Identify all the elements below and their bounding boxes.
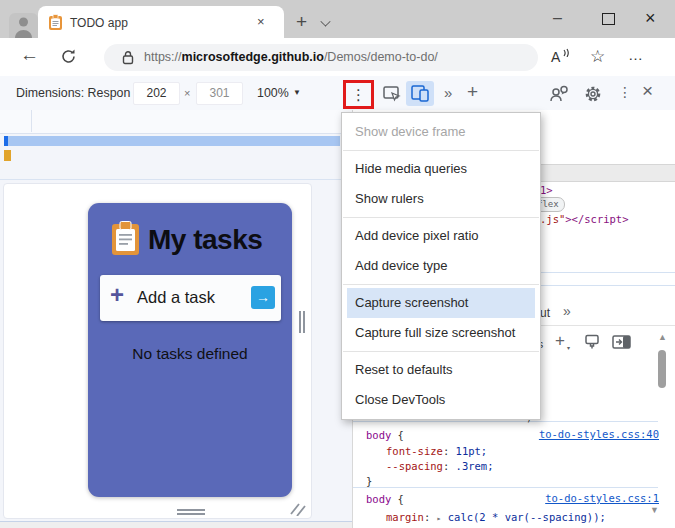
scrollbar-thumb[interactable] [658, 350, 666, 388]
url-domain: microsoftedge.github.io [182, 50, 324, 64]
device-emulation-icon [411, 85, 429, 102]
profile-avatar[interactable] [9, 13, 38, 38]
empty-tasks-text: No tasks defined [88, 345, 292, 363]
person-icon [9, 13, 38, 38]
menu-separator [343, 150, 539, 151]
url-path: /Demos/demo-to-do/ [324, 50, 438, 64]
lock-icon [122, 50, 134, 65]
paint-brush-icon[interactable] [584, 334, 600, 350]
add-pane-icon[interactable]: + [467, 81, 478, 103]
tab-title: TODO app [70, 16, 128, 30]
property-value: calc(2 * var(--spacing)); [441, 511, 605, 523]
dimensions-label[interactable]: Dimensions: Respon [16, 86, 130, 100]
dimensions-separator: × [184, 87, 190, 99]
browser-menu-icon[interactable]: … [628, 46, 644, 63]
scroll-down-icon[interactable]: ▼ [650, 505, 659, 515]
window-close-icon[interactable]: × [645, 8, 656, 29]
menu-item-hide-media-queries[interactable]: Hide media queries [342, 154, 540, 184]
devtools-kebab-icon[interactable]: ⋮ [618, 84, 632, 100]
ruler-corner-line [31, 110, 32, 132]
menu-separator [343, 284, 539, 285]
refresh-icon[interactable] [60, 48, 77, 65]
property-name: font-size [386, 445, 443, 457]
zoom-caret-icon[interactable]: ▼ [293, 88, 301, 97]
add-task-label[interactable]: Add a task [137, 288, 215, 307]
viewport-resize-handle-corner[interactable] [289, 502, 307, 516]
zoom-select[interactable]: 100% [257, 86, 289, 100]
selector-text: body [366, 493, 391, 505]
url-text[interactable]: https://microsoftedge.github.io/Demos/de… [144, 50, 438, 64]
more-tabs-icon[interactable]: » [444, 84, 452, 101]
favorite-star-icon[interactable]: ☆ [590, 46, 605, 67]
tab-layout-fragment[interactable]: ut [540, 306, 550, 320]
css-source-link[interactable]: to-do-styles.css:40 [539, 428, 659, 440]
maximize-icon[interactable] [602, 13, 615, 25]
device-emulation-toggle[interactable] [406, 81, 434, 106]
menu-item-add-device-pixel-ratio[interactable]: Add device pixel ratio [342, 221, 540, 251]
read-aloud-icon[interactable]: A [551, 49, 560, 65]
tab-close-icon[interactable]: × [257, 14, 265, 29]
viewport-resize-handle-right[interactable] [299, 311, 301, 333]
browser-window: TODO app × + – × ← https://microsoftedge… [0, 0, 675, 528]
menu-item-add-device-type[interactable]: Add device type [342, 251, 540, 281]
bottom-strip [0, 521, 352, 528]
device-more-options-icon[interactable]: ⋮ [351, 86, 366, 103]
styles-divider [353, 421, 658, 422]
clipboard-hero-icon [111, 221, 140, 256]
css-rule-selector[interactable]: body { [366, 429, 404, 441]
minimize-icon[interactable]: – [553, 9, 562, 27]
viewport-resize-handle-bottom[interactable] [177, 509, 205, 511]
property-name: margin [386, 511, 424, 523]
css-source-link[interactable]: to-do-styles.css:1 [545, 492, 659, 504]
url-scheme: https:// [144, 50, 182, 64]
menu-item-reset-to-defaults[interactable]: Reset to defaults [342, 355, 540, 385]
settings-gear-icon[interactable] [584, 85, 602, 103]
selector-text: body [366, 429, 391, 441]
styles-divider [353, 487, 658, 488]
menu-item-capture-screenshot[interactable]: Capture screenshot [347, 288, 535, 318]
dom-script-fragment[interactable]: .js"></script> [540, 213, 629, 225]
property-value: .3rem; [449, 460, 493, 472]
scroll-up-icon[interactable]: ▲ [658, 332, 667, 342]
media-query-separator [0, 179, 352, 180]
height-input[interactable]: 301 [196, 82, 243, 105]
viewport-resize-handle-bottom[interactable] [177, 513, 205, 515]
feedback-icon[interactable] [549, 85, 569, 103]
menu-separator [343, 351, 539, 352]
browser-tab[interactable]: TODO app × [38, 6, 284, 38]
dom-attr-fragment: .js" [540, 213, 565, 225]
menu-item-show-rulers[interactable]: Show rulers [342, 184, 540, 214]
property-value: 11pt; [449, 445, 487, 457]
device-options-menu: Show device frame Hide media queries Sho… [341, 112, 541, 420]
inspect-icon[interactable] [383, 85, 401, 102]
viewport-resize-handle-right[interactable] [303, 311, 305, 333]
media-query-bar-yellow[interactable] [4, 150, 11, 161]
css-rule-close: } [366, 475, 372, 487]
css-declaration[interactable]: margin: ▸ calc(2 * var(--spacing)); [386, 511, 606, 523]
media-query-bar-blue-cap [4, 136, 8, 146]
menu-item-capture-full-size-screenshot[interactable]: Capture full size screenshot [342, 318, 540, 348]
sidebar-overflow-icon[interactable]: » [563, 303, 571, 319]
menu-separator [343, 217, 539, 218]
add-task-go-button[interactable]: → [251, 286, 275, 309]
annotation-red-box: ⋮ [343, 80, 374, 109]
property-name: --spacing [386, 460, 443, 472]
dom-tag-fragment: ></script> [565, 213, 628, 225]
css-rule-selector[interactable]: body { [366, 493, 404, 505]
new-style-rule-caret-icon: ▾ [567, 344, 570, 351]
page-title: My tasks [148, 224, 262, 256]
brace: { [391, 429, 404, 441]
add-task-plus-icon: + [110, 281, 124, 309]
dom-h1-fragment[interactable]: 1> [540, 184, 553, 196]
read-aloud-waves-icon [563, 48, 571, 57]
css-declaration[interactable]: --spacing: .3rem; [386, 460, 494, 472]
computed-panel-toggle-icon[interactable] [612, 335, 631, 349]
media-query-bar-blue[interactable] [4, 136, 340, 146]
back-icon[interactable]: ← [20, 44, 39, 66]
width-input[interactable]: 202 [133, 82, 180, 105]
css-declaration[interactable]: font-size: 11pt; [386, 445, 487, 457]
devtools-close-icon[interactable]: × [642, 80, 653, 102]
menu-item-close-devtools[interactable]: Close DevTools [342, 385, 540, 415]
new-style-rule-icon[interactable]: + [555, 331, 565, 351]
new-tab-icon[interactable]: + [296, 11, 307, 33]
